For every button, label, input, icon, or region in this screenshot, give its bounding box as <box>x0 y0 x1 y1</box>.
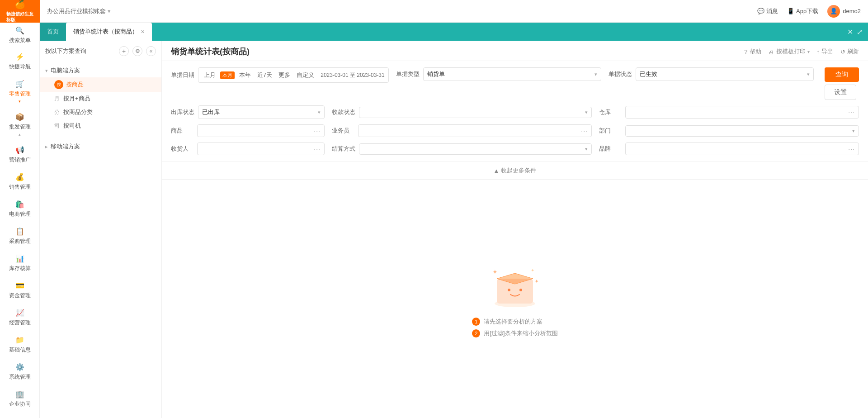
sidebar-item-system[interactable]: ⚙️ 系统管理 <box>0 358 40 385</box>
empty-svg: ✦ ✦ ✦ <box>486 261 544 310</box>
sidebar-item-inventory[interactable]: 📊 库存核算 <box>0 250 40 277</box>
svg-point-3 <box>519 289 522 291</box>
help-icon: ? <box>744 48 747 55</box>
app-download-btn[interactable]: 📱 App下载 <box>787 7 818 15</box>
scheme-icon-cashier: 司 <box>54 122 60 130</box>
recipient-filter: 收货人 ··· <box>171 142 325 155</box>
recipient-control[interactable]: ··· <box>197 142 325 155</box>
warehouse-dots: ··· <box>848 109 855 116</box>
purchase-icon: 📋 <box>15 227 24 236</box>
settings-btn[interactable]: 设置 <box>825 85 856 100</box>
help-btn[interactable]: ? 帮助 <box>744 48 761 56</box>
doc-type-control[interactable]: 销货单 ▾ <box>423 67 601 81</box>
mobile-schemes-parent[interactable]: ▸ 移动端方案 <box>40 140 161 153</box>
sidebar-item-finance[interactable]: 💳 资金管理 <box>0 277 40 304</box>
sidebar-item-retail[interactable]: 🛒 零售管理 ▾ <box>0 75 40 108</box>
tab-home[interactable]: 首页 <box>40 23 66 41</box>
query-btn[interactable]: 查询 <box>825 67 859 82</box>
logo-text: 畅捷信好生意 标版 <box>6 11 33 23</box>
warehouse-out-filter: 出库状态 已出库 ▾ <box>171 105 325 119</box>
sidebar-item-enterprise[interactable]: 🏢 企业协同 <box>0 385 40 413</box>
logo-icon: 🍊 <box>15 0 25 10</box>
export-btn[interactable]: ↑ 导出 <box>817 48 834 56</box>
query-btn-area: 查询 设置 <box>821 67 859 100</box>
refresh-btn[interactable]: ↺ 刷新 <box>840 48 859 56</box>
desktop-schemes-parent[interactable]: ▾ 电脑端方案 <box>40 64 161 77</box>
minimize-icon[interactable]: ✕ <box>847 28 853 36</box>
payment-caret: ▾ <box>585 109 588 115</box>
messages-btn[interactable]: 💬 消息 <box>757 7 778 15</box>
date-tab-7days[interactable]: 近7天 <box>255 70 274 80</box>
filter-row-3: 商品 ··· 业务员 ··· 部门 <box>171 124 859 137</box>
warehouse-out-control[interactable]: 已出库 ▾ <box>198 105 325 119</box>
sidebar-item-operations[interactable]: 📈 经营管理 <box>0 304 40 331</box>
brand-control[interactable]: ··· <box>625 142 859 155</box>
warehouse-control[interactable]: ··· <box>625 106 859 119</box>
settlement-filter: 结算方式 ▾ <box>332 143 592 155</box>
enterprise-icon: 🏢 <box>15 390 24 399</box>
warehouse-out-caret: ▾ <box>318 109 321 115</box>
user-avatar-btn[interactable]: 👤 demo2 <box>827 5 861 18</box>
sidebar-search[interactable]: 🔍 搜索菜单 <box>0 23 40 48</box>
scheme-by-category[interactable]: 分 按商品分类 <box>40 105 161 119</box>
maximize-icon[interactable]: ⤢ <box>857 28 863 36</box>
dept-control[interactable]: ▾ <box>625 125 859 137</box>
scheme-icon-category: 分 <box>54 109 60 116</box>
svg-text:✦: ✦ <box>534 278 539 285</box>
operations-icon: 📈 <box>15 309 24 318</box>
sidebar-item-sales[interactable]: 💰 销售管理 <box>0 168 40 195</box>
tree-arrow-desktop: ▾ <box>45 68 48 74</box>
add-scheme-btn[interactable]: + <box>119 46 129 56</box>
sidebar-item-basic[interactable]: 📁 基础信息 <box>0 331 40 358</box>
date-range-picker[interactable]: 上月 本月 本年 近7天 更多 自定义 2023-03-01 至 2023-03… <box>198 67 389 83</box>
settlement-control[interactable]: ▾ <box>359 143 592 155</box>
sidebar-item-newbie[interactable]: 🎓 新手引导 <box>0 413 40 418</box>
product-control[interactable]: ··· <box>197 124 325 137</box>
empty-state-steps: 1 请先选择要分析的方案 2 用[过滤]条件来缩小分析范围 <box>472 318 557 337</box>
topbar-dropdown-icon[interactable]: ▾ <box>108 8 111 14</box>
brand-filter: 品牌 ··· <box>599 142 859 155</box>
sidebar-item-marketing[interactable]: 📢 营销推广 <box>0 141 40 168</box>
date-tab-this-year[interactable]: 本年 <box>237 70 253 80</box>
product-filter: 商品 ··· <box>171 124 325 137</box>
print-btn[interactable]: 🖨 按模板打印 ▾ <box>769 48 810 56</box>
date-tab-this-month[interactable]: 本月 <box>220 71 235 79</box>
sidebar-quick-nav[interactable]: ⚡ 快捷导航 <box>0 48 40 75</box>
topbar-right: 💬 消息 📱 App下载 👤 demo2 <box>757 5 861 18</box>
tab-close-btn[interactable]: ✕ <box>141 29 145 35</box>
svg-point-2 <box>508 289 510 291</box>
sidebar-item-ecommerce[interactable]: 🛍️ 电商管理 <box>0 195 40 223</box>
settings-scheme-btn[interactable]: ⚙ <box>132 46 142 56</box>
scheme-by-product-icon: 按 <box>54 80 63 89</box>
scheme-icon-month: 月 <box>54 95 60 103</box>
doc-type-caret: ▾ <box>594 71 597 77</box>
scheme-by-month-product[interactable]: 月 按月+商品 <box>40 92 161 105</box>
collapse-panel-btn[interactable]: « <box>146 46 156 56</box>
sidebar-item-wholesale[interactable]: 📦 批发管理 ▴ <box>0 108 40 141</box>
export-icon: ↑ <box>817 48 820 55</box>
left-panel-header: 按以下方案查询 + ⚙ « <box>40 41 161 60</box>
topbar-title: 办公用品行业模拟账套 ▾ <box>47 7 750 15</box>
date-tab-custom[interactable]: 自定义 <box>295 70 316 80</box>
payment-control[interactable]: ▾ <box>359 107 592 118</box>
collapse-bar[interactable]: ▲ 收起更多条件 <box>162 162 868 180</box>
content-area: 按以下方案查询 + ⚙ « ▾ 电脑端方案 按 按商品 月 按月 <box>40 41 868 418</box>
sidebar-item-purchase[interactable]: 📋 采购管理 <box>0 223 40 250</box>
page-title: 销货单统计表(按商品) <box>171 46 250 57</box>
page-actions: ? 帮助 🖨 按模板打印 ▾ ↑ 导出 ↺ 刷新 <box>744 48 859 56</box>
refresh-icon: ↺ <box>840 48 845 55</box>
scheme-by-product[interactable]: 按 按商品 <box>40 77 161 92</box>
collapse-up-icon: ▲ <box>494 167 500 174</box>
staff-dots: ··· <box>581 127 588 134</box>
scheme-by-cashier[interactable]: 司 按司机 <box>40 119 161 133</box>
tab-sales-report[interactable]: 销货单统计表（按商品） ✕ <box>66 23 152 41</box>
print-dropdown-icon[interactable]: ▾ <box>807 49 810 54</box>
window-controls: ✕ ⤢ <box>847 28 868 36</box>
main-area: 办公用品行业模拟账套 ▾ 💬 消息 📱 App下载 👤 demo2 首页 <box>40 0 868 418</box>
date-tab-last-month[interactable]: 上月 <box>202 70 217 80</box>
step-2-num: 2 <box>472 329 480 337</box>
staff-control[interactable]: ··· <box>358 124 592 137</box>
doc-status-filter: 单据状态 已生效 ▾ <box>609 67 814 81</box>
date-tab-more[interactable]: 更多 <box>277 70 292 80</box>
doc-status-control[interactable]: 已生效 ▾ <box>636 67 814 81</box>
